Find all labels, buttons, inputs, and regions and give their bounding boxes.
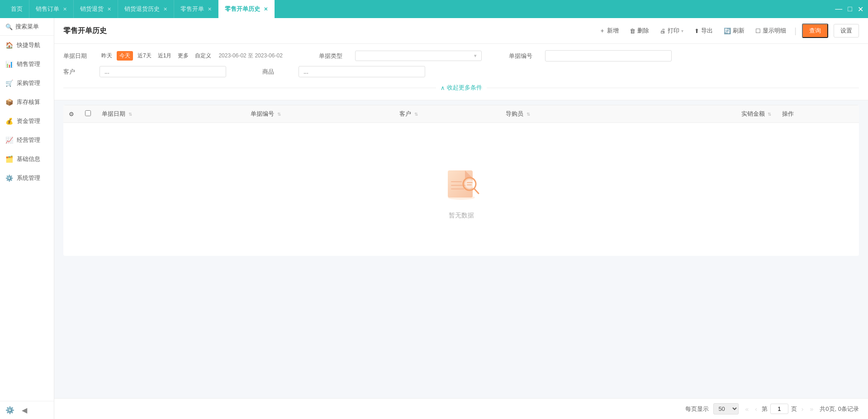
tab-sales-return[interactable]: 销货退货 ✕ [74,0,118,18]
close-btn[interactable]: ✕ [858,5,863,14]
date-option-custom[interactable]: 自定义 [193,52,213,60]
tab-retail-open[interactable]: 零售开单 ✕ [174,0,218,18]
add-label: 新增 [607,27,619,35]
sidebar-item-base-info[interactable]: 🗂️ 基础信息 [0,150,54,169]
table-area: ⚙ 单据日期 ⇅ 单据编号 ⇅ 客户 ⇅ [54,100,868,398]
refresh-button[interactable]: 🔄 刷新 [721,25,747,37]
th-actions: 操作 [777,105,859,123]
prev-page-btn[interactable]: ‹ [753,405,759,414]
number-filter-input[interactable] [545,50,672,61]
tab-retail-open-history[interactable]: 零售开单历史 ✕ [218,0,275,18]
date-option-1month[interactable]: 近1月 [156,52,174,60]
th-date[interactable]: 单据日期 ⇅ [96,105,245,123]
export-icon: ⬆ [694,28,699,34]
delete-label: 删除 [637,27,649,35]
page-label-suffix: 页 [791,405,797,413]
sales-mgmt-icon: 📊 [5,61,13,68]
sidebar-item-purchase-mgmt[interactable]: 🛒 采购管理 [0,74,54,93]
filter-row-1: 单据日期 昨天 今天 近7天 近1月 更多 自定义 2023-06-02 至 2… [63,50,859,61]
tab-sales-return-history-close[interactable]: ✕ [163,6,167,12]
sidebar-item-finance[interactable]: 💰 资金管理 [0,112,54,131]
add-icon: ＋ [599,27,605,35]
print-chevron-icon: ▾ [681,28,683,33]
last-page-btn[interactable]: » [808,405,816,414]
sidebar-settings-icon[interactable]: ⚙️ [5,406,14,414]
svg-line-9 [474,188,479,193]
sidebar-item-system-label: 系统管理 [17,174,40,182]
filter-more-button[interactable]: ∧ 收起更多条件 [441,82,482,94]
th-guide[interactable]: 导购员 ⇅ [500,105,628,123]
tab-home[interactable]: 首页 [5,0,29,18]
add-button[interactable]: ＋ 新增 [597,25,621,37]
next-page-btn[interactable]: › [800,405,806,414]
sidebar-item-quick-nav-label: 快捷导航 [17,41,40,49]
tab-retail-open-close[interactable]: ✕ [208,6,212,12]
print-button[interactable]: 🖨 打印 ▾ [657,25,686,37]
toolbar-actions: ＋ 新增 🗑 删除 🖨 打印 ▾ ⬆ 导出 🔄 刷 [597,24,859,38]
th-checkbox[interactable] [80,105,96,123]
tab-sales-order[interactable]: 销售订单 ✕ [29,0,74,18]
date-option-more[interactable]: 更多 [176,52,190,60]
empty-state-cell: 暂无数据 [63,123,859,256]
sidebar-collapse-icon[interactable]: ◀ [22,406,27,414]
date-option-today[interactable]: 今天 [117,51,133,61]
page-size-label: 每页显示 [685,405,709,413]
empty-state: 暂无数据 [63,123,859,256]
empty-state-row: 暂无数据 [63,123,859,256]
table-header-row: ⚙ 单据日期 ⇅ 单据编号 ⇅ 客户 ⇅ [63,105,859,123]
th-number[interactable]: 单据编号 ⇅ [245,105,394,123]
sidebar-item-inventory[interactable]: 📦 库存核算 [0,93,54,112]
tab-sales-order-close[interactable]: ✕ [63,6,67,12]
goods-filter-select[interactable]: ... [299,66,425,77]
sidebar-search[interactable]: 🔍 搜索菜单 [0,18,54,36]
th-amount[interactable]: 实销金额 ⇅ [628,105,777,123]
minimize-btn[interactable]: — [835,5,842,13]
sidebar-item-base-info-label: 基础信息 [17,155,40,163]
tab-retail-open-label: 零售开单 [180,5,204,13]
maximize-btn[interactable]: □ [848,5,852,13]
page-num-input[interactable] [770,404,788,414]
select-all-checkbox[interactable] [85,110,91,116]
delete-button[interactable]: 🗑 删除 [627,25,652,37]
th-customer-label: 客户 [399,110,411,117]
tab-retail-open-history-close[interactable]: ✕ [264,6,268,12]
th-settings[interactable]: ⚙ [63,105,80,123]
th-amount-label: 实销金额 [741,110,765,117]
svg-point-8 [465,179,474,188]
search-icon: 🔍 [5,24,13,30]
sidebar-item-quick-nav[interactable]: 🏠 快捷导航 [0,36,54,55]
filter-more-line-left [63,88,436,88]
page-size-select[interactable]: 20 50 100 [713,403,739,414]
operations-icon: 📈 [5,137,13,144]
query-button[interactable]: 查询 [802,24,828,38]
display-detail-label: 显示明细 [763,27,786,35]
first-page-btn[interactable]: « [743,405,750,414]
sidebar-item-system[interactable]: ⚙️ 系统管理 [0,169,54,188]
customer-filter-label: 客户 [63,68,90,76]
sidebar-item-operations[interactable]: 📈 经营管理 [0,131,54,150]
tab-retail-open-history-label: 零售开单历史 [225,5,260,13]
sidebar-item-sales-mgmt[interactable]: 📊 销售管理 [0,55,54,74]
empty-illustration [439,159,484,204]
display-detail-button[interactable]: ☐ 显示明细 [753,25,789,37]
tab-sales-return-close[interactable]: ✕ [107,6,111,12]
th-customer-sort-icon: ⇅ [414,112,418,117]
inventory-icon: 📦 [5,99,13,106]
page-nav: « ‹ 第 页 › » [743,404,815,414]
tab-sales-return-history[interactable]: 销货退货历史 ✕ [118,0,174,18]
th-guide-label: 导购员 [506,110,523,117]
finance-icon: 💰 [5,118,13,125]
sidebar: 🔍 搜索菜单 🏠 快捷导航 📊 销售管理 🛒 采购管理 📦 库存核算 💰 资金管… [0,18,54,419]
window-controls: — □ ✕ [835,5,863,14]
sidebar-bottom: ⚙️ ◀ [0,401,54,419]
sidebar-item-finance-label: 资金管理 [17,117,40,125]
export-button[interactable]: ⬆ 导出 [692,25,716,37]
date-option-yesterday[interactable]: 昨天 [100,52,114,60]
th-customer[interactable]: 客户 ⇅ [394,105,500,123]
filter-row-2: 客户 ... 商品 ... [63,66,859,77]
settings-button[interactable]: 设置 [834,24,859,38]
date-option-7days[interactable]: 近7天 [136,52,153,60]
type-filter-select[interactable]: ▾ [355,51,482,61]
system-icon: ⚙️ [5,174,13,182]
customer-filter-select[interactable]: ... [100,66,226,77]
